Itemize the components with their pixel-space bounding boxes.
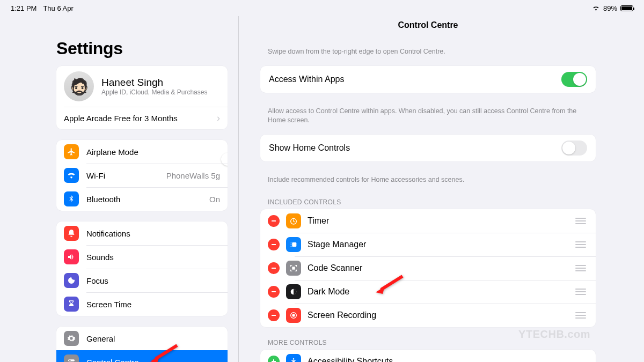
- clock: 1:21 PM: [11, 4, 36, 12]
- profile-sub: Apple ID, iCloud, Media & Purchases: [101, 88, 207, 96]
- remove-icon[interactable]: [268, 239, 280, 250]
- bluetooth-label: Bluetooth: [86, 195, 120, 204]
- settings-sidebar: Settings 🧔🏻 Haneet Singh Apple ID, iClou…: [56, 16, 239, 362]
- profile-name: Haneet Singh: [101, 77, 207, 88]
- airplane-label: Airplane Mode: [86, 147, 138, 157]
- wifi-icon: [64, 168, 79, 183]
- svg-rect-9: [292, 242, 296, 247]
- apple-id-row[interactable]: 🧔🏻 Haneet Singh Apple ID, iCloud, Media …: [56, 66, 228, 107]
- apple-arcade-row[interactable]: Apple Arcade Free for 3 Months ›: [56, 107, 228, 129]
- svg-rect-17: [272, 315, 276, 316]
- sounds-icon: [64, 249, 79, 264]
- intro-text: Swipe down from the top-right edge to op…: [260, 44, 596, 56]
- svg-point-23: [293, 358, 295, 360]
- drag-handle-icon[interactable]: [575, 241, 588, 248]
- sidebar-item-focus[interactable]: Focus: [56, 269, 228, 292]
- settings-title: Settings: [56, 39, 228, 58]
- svg-rect-8: [272, 244, 276, 245]
- control-row-timer[interactable]: Timer: [260, 209, 596, 233]
- avatar: 🧔🏻: [64, 71, 94, 101]
- included-controls-header: INCLUDED CONTROLS: [260, 198, 596, 209]
- notifications-icon: [64, 226, 79, 241]
- access-within-footer: Allow access to Control Centre within ap…: [260, 104, 596, 125]
- remove-icon[interactable]: [268, 286, 280, 298]
- toggles-icon: [64, 354, 79, 362]
- remove-icon[interactable]: [268, 309, 280, 321]
- detail-panel: Control Centre Swipe down from the top-r…: [239, 16, 596, 362]
- svg-rect-10: [291, 242, 291, 243]
- svg-rect-22: [272, 361, 276, 362]
- access-within-apps-row[interactable]: Access Within Apps: [260, 66, 596, 93]
- svg-rect-15: [272, 291, 276, 292]
- timer-icon: [286, 213, 301, 228]
- sidebar-item-wifi[interactable]: Wi-Fi PhoneWalls 5g: [56, 164, 228, 187]
- svg-rect-0: [68, 359, 75, 361]
- drag-handle-icon[interactable]: [575, 289, 588, 295]
- sidebar-item-airplane[interactable]: Airplane Mode: [56, 140, 228, 164]
- accessibility-icon: [286, 354, 301, 363]
- wifi-label: Wi-Fi: [86, 171, 105, 180]
- add-icon[interactable]: [268, 356, 280, 363]
- control-row-stage-manager[interactable]: Stage Manager: [260, 233, 596, 256]
- page-title: Control Centre: [260, 20, 596, 30]
- airplane-icon: [64, 144, 79, 159]
- sidebar-item-screen-time[interactable]: Screen Time: [56, 292, 228, 316]
- qr-icon: [286, 261, 301, 276]
- sidebar-item-bluetooth[interactable]: Bluetooth On: [56, 187, 228, 211]
- control-row-screen-recording[interactable]: Screen Recording: [260, 304, 596, 327]
- show-home-controls-row[interactable]: Show Home Controls: [260, 135, 596, 161]
- svg-rect-12: [291, 246, 291, 247]
- show-home-controls-toggle[interactable]: [561, 141, 587, 156]
- gear-icon: [64, 331, 79, 346]
- show-home-footer: Include recommended controls for Home ac…: [260, 172, 596, 184]
- sidebar-item-control-centre[interactable]: Control Centre: [56, 350, 228, 362]
- bluetooth-icon: [64, 191, 79, 206]
- more-controls-header: MORE CONTROLS: [260, 339, 596, 350]
- battery-percent: 89%: [603, 4, 617, 12]
- focus-icon: [64, 273, 79, 288]
- drag-handle-icon[interactable]: [575, 312, 588, 319]
- control-row-code-scanner[interactable]: Code Scanner: [260, 256, 596, 280]
- remove-icon[interactable]: [268, 262, 280, 274]
- date: Thu 6 Apr: [43, 4, 73, 12]
- svg-point-19: [292, 314, 295, 316]
- control-row-dark-mode[interactable]: Dark Mode: [260, 280, 596, 304]
- svg-rect-6: [272, 220, 276, 221]
- stage-manager-icon: [286, 237, 301, 252]
- sidebar-item-sounds[interactable]: Sounds: [56, 245, 228, 269]
- svg-point-2: [69, 360, 71, 361]
- hourglass-icon: [64, 297, 79, 312]
- drag-handle-icon[interactable]: [575, 265, 588, 271]
- record-icon: [286, 308, 301, 323]
- access-within-apps-toggle[interactable]: [561, 72, 587, 87]
- wifi-status-icon: [592, 4, 600, 12]
- wifi-value: PhoneWalls 5g: [166, 171, 220, 180]
- svg-rect-13: [272, 268, 276, 269]
- svg-rect-11: [291, 244, 291, 245]
- control-row-accessibility[interactable]: Accessibility Shortcuts: [260, 350, 596, 363]
- battery-icon: [620, 5, 633, 11]
- apple-arcade-label: Apple Arcade Free for 3 Months: [64, 114, 178, 123]
- chevron-right-icon: ›: [217, 113, 220, 124]
- profile-card: 🧔🏻 Haneet Singh Apple ID, iCloud, Media …: [56, 66, 228, 129]
- sidebar-item-notifications[interactable]: Notifications: [56, 221, 228, 245]
- svg-rect-14: [292, 267, 295, 269]
- status-bar: 1:21 PM Thu 6 Apr 89%: [0, 4, 644, 12]
- bluetooth-value: On: [209, 195, 220, 204]
- sidebar-item-general[interactable]: General: [56, 327, 228, 350]
- drag-handle-icon[interactable]: [575, 218, 588, 224]
- remove-icon[interactable]: [268, 215, 280, 227]
- dark-mode-icon: [286, 284, 301, 299]
